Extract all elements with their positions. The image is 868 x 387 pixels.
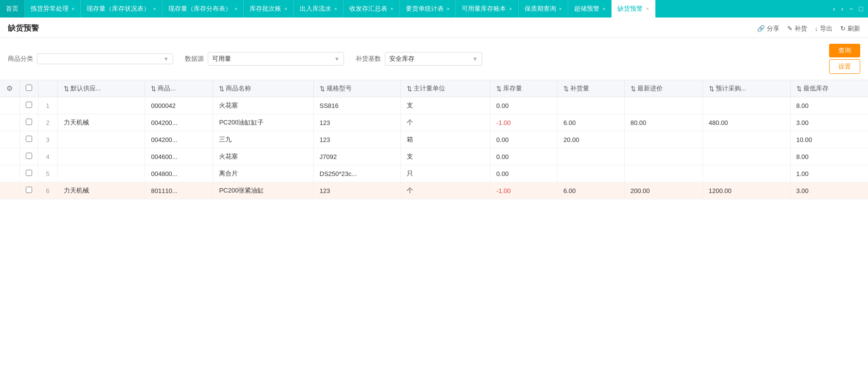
tab-close-collect-summary[interactable]: × xyxy=(390,6,393,12)
row-est-purchase: 480.00 xyxy=(703,114,790,131)
th-spec[interactable]: ⇅ 规格型号 xyxy=(313,80,401,97)
row-latest-price: 80.00 xyxy=(624,114,703,131)
sort-icon-stock: ⇅ xyxy=(496,85,502,92)
th-unit[interactable]: ⇅ 主计量单位 xyxy=(401,80,490,97)
tab-batch-account[interactable]: 库存批次账× xyxy=(244,0,293,18)
row-checkbox[interactable] xyxy=(26,153,32,159)
datasource-select[interactable]: 可用量 ▼ xyxy=(208,52,344,66)
tab-close-batch-account[interactable]: × xyxy=(284,6,287,12)
row-spec: 123 xyxy=(313,182,401,199)
row-stock-qty: -1.00 xyxy=(490,114,558,131)
row-gear xyxy=(0,97,19,114)
tab-close-expiry-query[interactable]: × xyxy=(559,6,562,12)
th-latest-price[interactable]: ⇅ 最新进价 xyxy=(624,80,703,97)
row-product-code: 801110... xyxy=(145,182,213,199)
tab-order-stats[interactable]: 要货单统计表× xyxy=(400,0,456,18)
tab-close-inventory-dist[interactable]: × xyxy=(235,6,237,12)
row-gear xyxy=(0,182,19,199)
th-product-name[interactable]: ⇅ 商品名称 xyxy=(213,80,313,97)
header-actions: 🔗 分享 ✎ 补货 ↓ 导出 ↻ 刷新 xyxy=(757,24,861,33)
sort-icon-supplier: ⇅ xyxy=(64,85,69,92)
category-select[interactable]: ▼ xyxy=(37,53,173,64)
share-button[interactable]: 🔗 分享 xyxy=(757,24,779,33)
settings-button[interactable]: 设置 xyxy=(829,59,860,74)
refresh-button[interactable]: ↻ 刷新 xyxy=(840,24,860,33)
replenish-button[interactable]: ✎ 补货 xyxy=(787,24,807,33)
row-checkbox[interactable] xyxy=(26,102,32,108)
row-unit: 个 xyxy=(401,182,490,199)
query-button[interactable]: 查询 xyxy=(829,44,860,57)
tab-available-ledger[interactable]: 可用量库存账本× xyxy=(456,0,518,18)
row-spec: SS816 xyxy=(313,97,401,114)
tab-close-order-stats[interactable]: × xyxy=(447,6,450,12)
row-index: 4 xyxy=(38,148,57,165)
tab-home[interactable]: 首页 xyxy=(0,0,25,18)
th-gear[interactable]: ⚙ xyxy=(0,80,19,97)
row-product-code: 0000042 xyxy=(145,97,213,114)
filter-action-buttons: 查询 设置 xyxy=(829,44,860,74)
th-replenish-qty[interactable]: ⇅ 补货量 xyxy=(557,80,624,97)
row-checkbox[interactable] xyxy=(26,187,32,193)
row-index: 5 xyxy=(38,165,57,182)
row-checkbox-cell xyxy=(19,114,38,131)
select-all-checkbox[interactable] xyxy=(26,85,32,91)
export-button[interactable]: ↓ 导出 xyxy=(815,24,833,33)
row-checkbox[interactable] xyxy=(26,119,32,125)
window-minimize-button[interactable]: − xyxy=(846,4,856,14)
tab-shortage-warning[interactable]: 缺货预警× xyxy=(612,0,655,18)
row-spec: J7092 xyxy=(313,148,401,165)
row-product-code: 004600... xyxy=(145,148,213,165)
row-replenish-qty xyxy=(557,97,624,114)
replenish-base-filter-group: 补货基数 安全库存 ▼ xyxy=(356,52,482,66)
row-stock-qty: 0.00 xyxy=(490,148,558,165)
tab-close-abnormal[interactable]: × xyxy=(72,6,74,12)
tab-expiry-query[interactable]: 保质期查询× xyxy=(519,0,568,18)
replenish-base-select[interactable]: 安全库存 ▼ xyxy=(385,52,482,66)
row-product-name: 火花塞 xyxy=(213,148,313,165)
tab-close-overstock-warning[interactable]: × xyxy=(602,6,605,12)
datasource-dropdown-icon: ▼ xyxy=(334,56,340,62)
row-checkbox[interactable] xyxy=(26,136,32,142)
tab-close-inout-flow[interactable]: × xyxy=(334,6,337,12)
tab-inventory-status[interactable]: 现存量（库存状况表）× xyxy=(81,0,162,18)
row-checkbox-cell xyxy=(19,165,38,182)
row-min-stock: 3.00 xyxy=(790,182,868,199)
row-checkbox[interactable] xyxy=(26,170,32,176)
table-row: 6 力天机械 801110... PC200张紧油缸 123 个 -1.00 6… xyxy=(0,182,868,199)
tab-inventory-dist[interactable]: 现存量（库存分布表）× xyxy=(163,0,244,18)
data-table: ⚙ ⇅ 默认供应... ⇅ 商 xyxy=(0,80,868,199)
tab-prev-button[interactable]: ‹ xyxy=(830,4,838,14)
datasource-filter-group: 数据源 可用量 ▼ xyxy=(185,52,344,66)
window-maximize-button[interactable]: □ xyxy=(856,4,866,14)
row-product-name: PC200油缸缸子 xyxy=(213,114,313,131)
row-supplier: 力天机械 xyxy=(57,114,145,131)
gear-icon[interactable]: ⚙ xyxy=(6,84,13,92)
row-spec: 123 xyxy=(313,131,401,148)
th-stock-qty[interactable]: ⇅ 库存量 xyxy=(490,80,558,97)
table-row: 2 力天机械 004200... PC200油缸缸子 123 个 -1.00 6… xyxy=(0,114,868,131)
row-min-stock: 8.00 xyxy=(790,97,868,114)
tab-next-button[interactable]: › xyxy=(838,4,847,14)
tab-close-available-ledger[interactable]: × xyxy=(509,6,512,12)
th-default-supplier[interactable]: ⇅ 默认供应... xyxy=(57,80,145,97)
row-product-name: 三九 xyxy=(213,131,313,148)
row-unit: 支 xyxy=(401,148,490,165)
tab-close-shortage-warning[interactable]: × xyxy=(646,6,649,12)
th-product-code[interactable]: ⇅ 商品... xyxy=(145,80,213,97)
th-min-stock[interactable]: ⇅ 最低库存 xyxy=(790,80,868,97)
tab-inout-flow[interactable]: 出入库流水× xyxy=(294,0,344,18)
th-est-purchase[interactable]: ⇅ 预计采购... xyxy=(703,80,790,97)
row-checkbox-cell xyxy=(19,131,38,148)
row-product-code: 004200... xyxy=(145,114,213,131)
share-icon: 🔗 xyxy=(757,25,765,32)
sort-icon-unit: ⇅ xyxy=(407,85,412,92)
row-checkbox-cell xyxy=(19,182,38,199)
table-row: 5 004800... 离合片 DS250*23c... 只 0.00 1.00 xyxy=(0,165,868,182)
row-latest-price xyxy=(624,131,703,148)
tab-close-inventory-status[interactable]: × xyxy=(153,6,156,12)
tab-collect-summary[interactable]: 收发存汇总表× xyxy=(344,0,399,18)
tab-abnormal[interactable]: 拣货异常处理× xyxy=(25,0,81,18)
row-supplier xyxy=(57,148,145,165)
tab-overstock-warning[interactable]: 超储预警× xyxy=(568,0,612,18)
row-supplier xyxy=(57,97,145,114)
